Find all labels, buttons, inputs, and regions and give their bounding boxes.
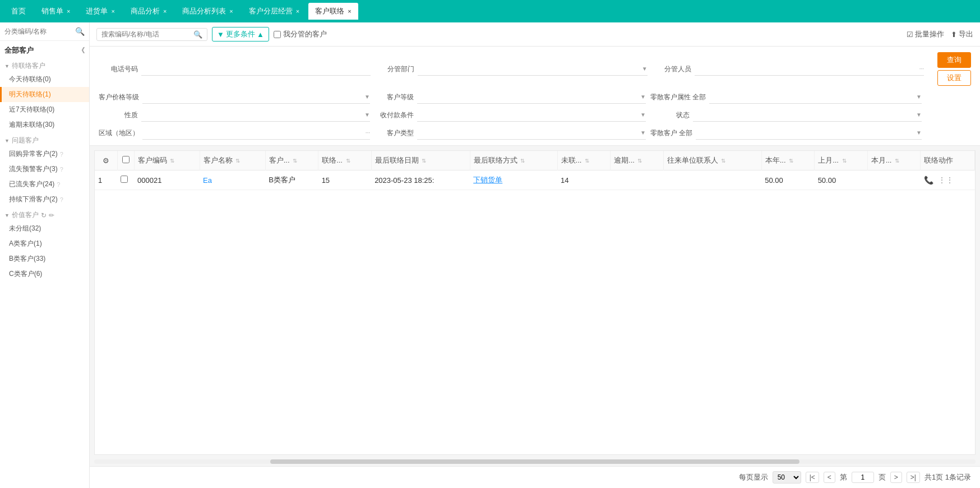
sort-icon[interactable]: ⇅ bbox=[721, 158, 725, 164]
sidebar-item-tomorrow-contact[interactable]: 明天待联络(1) bbox=[0, 87, 89, 102]
phone-action-icon[interactable]: 📞 bbox=[924, 176, 933, 185]
filter-nature-select[interactable]: ▼ bbox=[141, 108, 370, 122]
sort-icon[interactable]: ⇅ bbox=[346, 158, 350, 164]
grid-action-icon[interactable]: ⋮⋮ bbox=[938, 176, 954, 185]
sidebar-item-7day-contact[interactable]: 近7天待联络(0) bbox=[0, 102, 89, 117]
query-button[interactable]: 查询 bbox=[937, 52, 971, 68]
sidebar-item-ungrouped[interactable]: 未分组(32) bbox=[0, 221, 89, 236]
chevron-down-icon: ▼ bbox=[640, 112, 646, 118]
filter-phone-input[interactable] bbox=[141, 62, 371, 76]
table-checkbox-col[interactable] bbox=[117, 151, 134, 171]
export-button[interactable]: ⬆ 导出 bbox=[951, 29, 973, 39]
content-area: 🔍 ▼ 更多条件 ▲ 我分管的客户 ☑ 批量操作 ⬆ 导出 bbox=[90, 22, 980, 488]
toolbar-right: ☑ 批量操作 ⬆ 导出 bbox=[907, 29, 973, 39]
close-icon[interactable]: × bbox=[163, 8, 167, 15]
filter-dept-label: 分管部门 bbox=[375, 65, 414, 74]
filter-retail-customer: 零散客户 全部 ▼ bbox=[650, 126, 922, 140]
all-customers-header[interactable]: 全部客户 《 bbox=[0, 41, 89, 58]
search-input[interactable] bbox=[101, 30, 191, 38]
sort-icon[interactable]: ⇅ bbox=[293, 158, 297, 164]
filter-nature: 性质 ▼ bbox=[99, 108, 370, 122]
edit-icon[interactable]: ✏ bbox=[49, 211, 54, 219]
prev-page-button[interactable]: < bbox=[824, 472, 835, 483]
nav-product-analysis[interactable]: 商品分析 × bbox=[124, 3, 173, 20]
first-page-button[interactable]: |< bbox=[806, 472, 819, 483]
sort-icon[interactable]: ⇅ bbox=[895, 158, 899, 164]
scrollbar-thumb[interactable] bbox=[270, 459, 799, 464]
sidebar-item-a-class[interactable]: A类客户(1) bbox=[0, 236, 89, 251]
row-select-checkbox[interactable] bbox=[121, 176, 128, 183]
sidebar-item-churn-warning[interactable]: 流失预警客户(3) ? bbox=[0, 162, 89, 177]
sidebar-group-problem-customers: 问题客户 bbox=[0, 132, 89, 146]
chevron-down-icon: ▼ bbox=[640, 94, 646, 100]
filter-retail-customer-select[interactable]: ▼ bbox=[696, 126, 922, 140]
col-overdue: 逾期... ⇅ bbox=[611, 151, 663, 171]
sidebar-search-icon[interactable]: 🔍 bbox=[75, 27, 85, 36]
filter-customer-type: 客户类型 ▼ bbox=[375, 126, 646, 140]
row-checkbox[interactable] bbox=[117, 171, 134, 190]
row-last-contact-method[interactable]: 下销货单 bbox=[470, 171, 557, 190]
batch-ops-button[interactable]: ☑ 批量操作 bbox=[907, 29, 944, 39]
sort-icon[interactable]: ⇅ bbox=[235, 158, 240, 164]
row-last-contact-date: 2023-05-23 18:25: bbox=[371, 171, 470, 190]
filter-customer-level-select[interactable]: ▼ bbox=[417, 90, 646, 104]
close-icon[interactable]: × bbox=[348, 8, 351, 15]
filter-status-select[interactable]: ▼ bbox=[693, 108, 922, 122]
filter-status-label: 状态 bbox=[650, 111, 690, 120]
last-page-button[interactable]: >| bbox=[907, 472, 920, 483]
sidebar-search-input[interactable] bbox=[4, 27, 73, 35]
chevron-down-icon: ▼ bbox=[916, 94, 922, 100]
collapse-icon[interactable]: 《 bbox=[78, 46, 85, 56]
help-icon: ? bbox=[57, 181, 60, 188]
filter-price-level-select[interactable]: ▼ bbox=[142, 90, 370, 104]
sidebar-item-b-class[interactable]: B类客户(33) bbox=[0, 251, 89, 266]
filter-customer-type-select[interactable]: ▼ bbox=[417, 126, 646, 140]
sort-icon[interactable]: ⇅ bbox=[520, 158, 525, 164]
table-footer: 每页显示 50 10 20 100 |< < 第 页 > >| 共1页 1条记录 bbox=[90, 466, 980, 488]
filter-region: 区域（地区） ··· bbox=[99, 126, 370, 140]
more-filters-button[interactable]: ▼ 更多条件 ▲ bbox=[212, 27, 269, 42]
filter-person-select[interactable]: ··· bbox=[695, 62, 924, 76]
my-customers-checkbox[interactable] bbox=[274, 31, 281, 38]
nav-sales-order[interactable]: 销售单 × bbox=[35, 3, 77, 20]
sidebar-item-declining[interactable]: 持续下滑客户(2) ? bbox=[0, 192, 89, 207]
refresh-icon[interactable]: ↻ bbox=[41, 211, 47, 219]
nav-customer-tiering[interactable]: 客户分层经营 × bbox=[242, 3, 306, 20]
sidebar-item-repurchase-abnormal[interactable]: 回购异常客户(2) ? bbox=[0, 146, 89, 162]
sort-icon[interactable]: ⇅ bbox=[789, 158, 793, 164]
sort-icon[interactable]: ⇅ bbox=[585, 158, 589, 164]
my-customers-checkbox-label[interactable]: 我分管的客户 bbox=[274, 29, 327, 39]
horizontal-scrollbar[interactable] bbox=[94, 459, 976, 464]
page-size-select[interactable]: 50 10 20 100 bbox=[773, 471, 801, 484]
filter-retail-attr-select[interactable]: ▼ bbox=[709, 90, 922, 104]
sidebar-item-today-contact[interactable]: 今天待联络(0) bbox=[0, 72, 89, 87]
nav-home[interactable]: 首页 bbox=[4, 3, 33, 20]
settings-button[interactable]: 设置 bbox=[937, 70, 971, 86]
select-all-checkbox[interactable] bbox=[122, 156, 130, 163]
table-settings-col[interactable]: ⚙ bbox=[95, 151, 117, 171]
nav-product-analysis-list[interactable]: 商品分析列表 × bbox=[175, 3, 239, 20]
sidebar-item-churned[interactable]: 已流失客户(24) ? bbox=[0, 177, 89, 192]
sort-icon[interactable]: ⇅ bbox=[842, 158, 847, 164]
filter-region-select[interactable]: ··· bbox=[142, 126, 370, 140]
nav-customer-contact[interactable]: 客户联络 × bbox=[308, 3, 358, 20]
close-icon[interactable]: × bbox=[296, 8, 299, 15]
next-page-button[interactable]: > bbox=[890, 472, 902, 483]
sidebar-item-overdue-contact[interactable]: 逾期未联络(30) bbox=[0, 117, 89, 132]
toolbar-search-icon[interactable]: 🔍 bbox=[193, 30, 202, 39]
filter-dept-select[interactable]: ▼ bbox=[418, 62, 647, 76]
sidebar-item-c-class[interactable]: C类客户(6) bbox=[0, 266, 89, 282]
close-icon[interactable]: × bbox=[67, 8, 70, 15]
sort-icon[interactable]: ⇅ bbox=[637, 158, 642, 164]
close-icon[interactable]: × bbox=[229, 8, 233, 15]
close-icon[interactable]: × bbox=[111, 8, 114, 15]
chevron-down-icon: ▼ bbox=[916, 130, 922, 136]
sort-icon[interactable]: ⇅ bbox=[170, 158, 174, 164]
filter-dept: 分管部门 ▼ bbox=[375, 62, 647, 76]
filter-payment-select[interactable]: ▼ bbox=[417, 108, 646, 122]
row-name[interactable]: Ea bbox=[200, 171, 265, 190]
row-not-contacted: 14 bbox=[557, 171, 610, 190]
sort-icon[interactable]: ⇅ bbox=[422, 158, 426, 164]
page-number-input[interactable] bbox=[852, 472, 874, 483]
nav-purchase-order[interactable]: 进货单 × bbox=[79, 3, 121, 20]
